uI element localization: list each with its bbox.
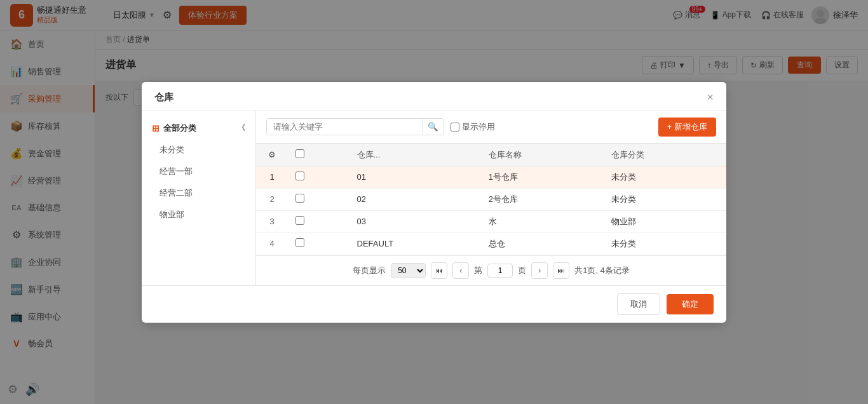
modal-overlay[interactable]: 仓库 × ⊞ 全部分类 《 未分类 经营一部 经营二部 物业部 (0, 0, 868, 404)
row-cb-3[interactable] (288, 210, 349, 232)
warehouse-modal: 仓库 × ⊞ 全部分类 《 未分类 经营一部 经营二部 物业部 (142, 82, 726, 323)
collapse-icon[interactable]: 《 (238, 123, 245, 133)
row-name-1: 1号仓库 (481, 166, 604, 188)
row-num-2: 2 (256, 188, 288, 210)
page-unit: 页 (518, 265, 526, 276)
row-name-4: 总仓 (481, 232, 604, 255)
row-code-4: DEFAULT (349, 232, 481, 255)
col-checkbox (288, 144, 349, 166)
warehouse-table-wrap: ⚙ 仓库... 仓库名称 仓库分类 1 01 (256, 144, 726, 255)
col-code: 仓库... (349, 144, 481, 166)
col-gear: ⚙ (256, 144, 288, 166)
row-cat-3: 物业部 (604, 210, 726, 232)
warehouse-toolbar: 🔍 显示停用 + 新增仓库 (256, 111, 726, 144)
all-categories-item[interactable]: ⊞ 全部分类 《 (142, 118, 255, 139)
table-row[interactable]: 1 01 1号仓库 未分类 (256, 166, 726, 188)
table-row[interactable]: 4 DEFAULT 总仓 未分类 (256, 232, 726, 255)
row-code-2: 02 (349, 188, 481, 210)
confirm-button[interactable]: 确定 (667, 294, 714, 314)
table-row[interactable]: 3 03 水 物业部 (256, 210, 726, 232)
row-code-3: 03 (349, 210, 481, 232)
row-num-3: 3 (256, 210, 288, 232)
modal-title: 仓库 (154, 91, 173, 104)
add-warehouse-button[interactable]: + 新增仓库 (658, 118, 716, 137)
search-button[interactable]: 🔍 (422, 119, 444, 135)
search-box: 🔍 (266, 118, 444, 135)
cat-item-unclassified[interactable]: 未分类 (142, 139, 255, 161)
warehouse-table: ⚙ 仓库... 仓库名称 仓库分类 1 01 (256, 144, 726, 255)
search-input[interactable] (267, 119, 422, 135)
row-num-4: 4 (256, 232, 288, 255)
row-cb-1[interactable] (288, 166, 349, 188)
warehouse-list-panel: 🔍 显示停用 + 新增仓库 ⚙ (256, 111, 726, 285)
all-categories-label: 全部分类 (163, 123, 196, 134)
modal-header: 仓库 × (142, 82, 726, 111)
col-name: 仓库名称 (481, 144, 604, 166)
category-panel: ⊞ 全部分类 《 未分类 经营一部 经营二部 物业部 (142, 111, 256, 285)
first-page-button[interactable]: ⏮ (431, 262, 447, 279)
row-cat-1: 未分类 (604, 166, 726, 188)
select-all-checkbox[interactable] (295, 149, 304, 158)
cat-item-property[interactable]: 物业部 (142, 204, 255, 226)
close-icon[interactable]: × (707, 91, 714, 104)
grid-icon: ⊞ (152, 123, 159, 133)
row-code-1: 01 (349, 166, 481, 188)
show-disabled-checkbox[interactable] (451, 123, 459, 131)
per-page-select[interactable]: 50 20 100 (391, 263, 426, 278)
pagination: 每页显示 50 20 100 ⏮ ‹ 第 页 › ⏭ 共1页, 4条记录 (256, 255, 726, 285)
row-num-1: 1 (256, 166, 288, 188)
cat-item-ops1[interactable]: 经营一部 (142, 161, 255, 182)
row-name-2: 2号仓库 (481, 188, 604, 210)
row-cb-2[interactable] (288, 188, 349, 210)
next-page-button[interactable]: › (531, 262, 548, 279)
cat-item-ops2[interactable]: 经营二部 (142, 182, 255, 204)
show-disabled-label: 显示停用 (462, 121, 495, 133)
last-page-button[interactable]: ⏭ (553, 262, 569, 279)
per-page-label: 每页显示 (353, 265, 386, 276)
row-cat-4: 未分类 (604, 232, 726, 255)
modal-body: ⊞ 全部分类 《 未分类 经营一部 经营二部 物业部 🔍 (142, 111, 726, 285)
table-row[interactable]: 2 02 2号仓库 未分类 (256, 188, 726, 210)
cancel-button[interactable]: 取消 (617, 293, 660, 315)
row-cb-4[interactable] (288, 232, 349, 255)
page-number-input[interactable] (487, 264, 513, 278)
prev-page-button[interactable]: ‹ (452, 262, 469, 279)
total-info: 共1页, 4条记录 (574, 265, 630, 276)
row-name-3: 水 (481, 210, 604, 232)
page-label: 第 (474, 265, 482, 276)
row-cat-2: 未分类 (604, 188, 726, 210)
col-category: 仓库分类 (604, 144, 726, 166)
show-disabled-toggle[interactable]: 显示停用 (451, 121, 495, 133)
modal-footer: 取消 确定 (142, 285, 726, 323)
